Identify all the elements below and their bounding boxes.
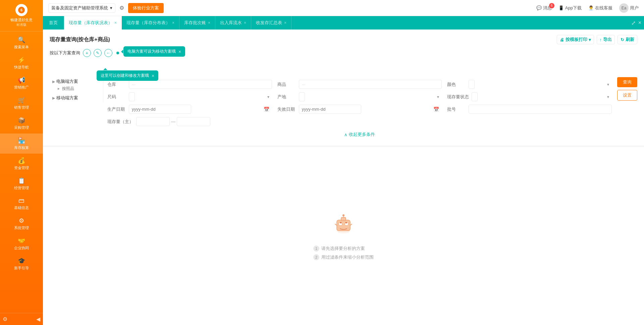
tab-close-icon[interactable]: × [114,20,117,25]
stock-qty-from[interactable] [136,117,170,126]
back-scheme-btn[interactable]: ← [104,49,112,57]
color-select[interactable] [469,80,475,89]
size-label: 尺码 [107,94,126,100]
export-icon: ↑ [600,37,602,42]
tab-close-icon[interactable]: × [244,20,246,25]
system-selector[interactable]: 装备及固定资产辅助管理系统 ▾ [48,3,115,13]
prod-date-input[interactable] [129,105,191,114]
stock-status-label: 现存量状态 [447,94,469,100]
empty-tip-1: 1 请先选择要分析的方案 [313,244,374,253]
tab-batch-account[interactable]: 库存批次账 × [179,16,215,30]
page-title: 现存量查询(按仓库+商品) [50,36,110,43]
filter-grid-2: 生产日期 📅 失效日期 📅 [107,105,612,114]
goods-input[interactable]: ··· [299,80,442,89]
settings-btn[interactable]: 设置 [617,90,637,101]
add-scheme-btn[interactable]: + [83,49,91,57]
sidebar-item-operations[interactable]: 📋 经营管理 [0,174,43,194]
tab-recv-summary[interactable]: 收发存汇总表 × [251,16,291,30]
filter-fields: 仓库 ··· 商品 ··· 颜色 [107,77,612,140]
finance-icon: 💰 [18,157,25,164]
filter-color: 颜色 [447,80,612,89]
tab-close-icon[interactable]: × [208,20,210,25]
tooltip-pc-scheme: 电脑方案可设为移动方案哦 × [123,46,185,57]
scheme-panel: ▶ 电脑端方案 ▸ 按照品 ▶ 移动端方案 [50,77,103,102]
origin-select-wrapper [299,92,442,101]
refresh-btn[interactable]: ↻ 刷新 [618,35,637,44]
service-label: 在线客服 [595,5,612,11]
user-item[interactable]: Ea 用户 [619,3,639,13]
trial-button[interactable]: 体验行业方案 [128,3,164,13]
pc-scheme-node[interactable]: ▶ 电脑端方案 [50,77,99,86]
warehouse-input[interactable]: ··· [129,80,272,89]
filter-main-row: ▶ 电脑端方案 ▸ 按照品 ▶ 移动端方案 [50,77,637,140]
sidebar-item-system[interactable]: ⚙ 系统管理 [0,214,43,234]
size-select[interactable] [129,92,135,101]
sidebar-item-label: 经营管理 [14,185,29,191]
sidebar-item-quick[interactable]: ⚡ 快捷导航 [0,53,43,73]
operations-icon: 📋 [18,177,25,184]
tab-inout-flow[interactable]: 出入库流水 × [215,16,251,30]
sidebar-item-enterprise[interactable]: 🤝 企业协同 [0,234,43,254]
app-download-item[interactable]: 📱 App下载 [558,5,582,11]
query-btn[interactable]: 查询 [617,77,637,87]
collapse-more-btn[interactable]: ∧ 收起更多条件 [107,129,612,140]
header-settings-icon[interactable]: ⚙ [119,5,124,11]
mobile-scheme-node[interactable]: ▶ 移动端方案 [50,94,99,102]
message-item[interactable]: 💬 消息 6 [536,5,552,11]
tab-close-all-icon[interactable]: × [638,20,641,26]
sidebar-item-label: 新手引导 [14,266,29,271]
online-service-item[interactable]: 👨‍💼 在线客服 [588,5,612,11]
tab-home[interactable]: 首页 [43,16,64,30]
tab-inventory-status-label: 现存量（库存状况表） [69,20,112,26]
page-content: 现存量查询(按仓库+商品) 🖨 按模板打印 ▾ ↑ 导出 ↻ 刷新 [43,30,644,325]
edit-scheme-btn[interactable]: ✎ [94,49,102,57]
collapse-btn[interactable]: ◀ [36,316,40,322]
tab-close-icon[interactable]: × [172,20,174,25]
exp-date-label: 失效日期 [277,106,296,112]
stock-status-select[interactable] [472,92,478,101]
sidebar-item-search[interactable]: 🔍 搜索菜单 [0,33,43,53]
svg-rect-7 [345,222,347,223]
color-select-wrapper [469,80,612,89]
sidebar-item-finance[interactable]: 💰 资金管理 [0,154,43,174]
tab-inventory-dist[interactable]: 现存量（库存分布表） × [122,16,179,30]
sidebar-item-basic[interactable]: 🗃 基础信息 [0,194,43,214]
empty-tips: 1 请先选择要分析的方案 2 用过滤条件来缩小分析范围 [313,244,374,262]
sidebar-item-guide[interactable]: 🎓 新手引导 [0,254,43,274]
tab-inventory-status[interactable]: 现存量（库存状况表） × [64,16,122,30]
sidebar-item-sales[interactable]: 🛒 销售管理 [0,93,43,113]
tip-text-2: 用过滤条件来缩小分析范围 [321,253,374,262]
tooltip-create-scheme: 这里可以创建和修改方案哦 × [97,70,158,81]
filter-stock-status: 现存量状态 [447,92,612,101]
sidebar-item-purchase[interactable]: 📦 采购管理 [0,113,43,133]
dots-icon: ··· [302,82,306,87]
export-btn[interactable]: ↑ 导出 [597,35,615,44]
stock-qty-to[interactable] [177,117,210,126]
batch-no-input[interactable] [469,105,612,114]
warehouse-label: 仓库 [107,82,126,88]
exp-date-input[interactable] [299,105,361,114]
svg-rect-10 [341,217,346,221]
header-right: 💬 消息 6 📱 App下载 👨‍💼 在线客服 Ea 用户 [536,3,639,13]
tab-maximize-icon[interactable]: ⤢ [631,20,636,26]
origin-select[interactable] [299,92,305,101]
pc-scheme-child[interactable]: ▸ 按照品 [50,86,99,92]
sidebar-item-marketing[interactable]: 📢 营销推广 [0,73,43,93]
print-btn[interactable]: 🖨 按模板打印 ▾ [557,35,594,44]
svg-rect-6 [340,222,341,223]
marketing-icon: 📢 [18,76,25,84]
settings-btn[interactable]: ⚙ [3,316,7,322]
main-area: 装备及固定资产辅助管理系统 ▾ ⚙ 体验行业方案 💬 消息 6 📱 App下载 … [43,0,644,325]
sidebar-item-label: 搜索菜单 [14,45,29,50]
sidebar-item-label: 资金管理 [14,165,29,170]
refresh-icon: ↻ [621,37,624,42]
tab-close-icon[interactable]: × [284,20,286,25]
page-title-actions: 🖨 按模板打印 ▾ ↑ 导出 ↻ 刷新 [557,35,638,44]
filter-goods: 商品 ··· [277,80,442,89]
tooltip2-close-btn[interactable]: × [152,73,154,78]
sidebar-item-label: 库存核算 [14,145,29,150]
tooltip-close-btn[interactable]: × [178,49,181,54]
sidebar-item-inventory[interactable]: 🏪 库存核算 [0,133,43,154]
scroll-indicator [116,52,119,54]
tab-home-label: 首页 [49,20,58,26]
